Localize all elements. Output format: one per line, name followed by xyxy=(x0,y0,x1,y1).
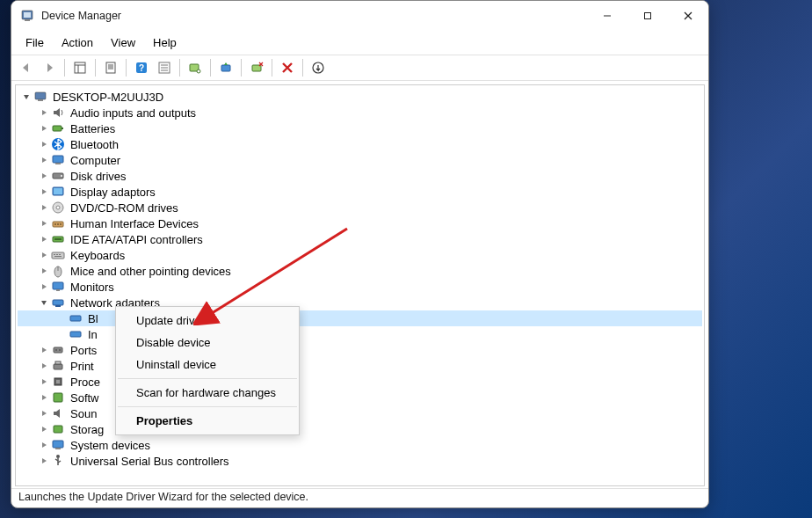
tree-label: Softw xyxy=(70,391,99,405)
svg-rect-63 xyxy=(56,380,60,383)
chevron-down-icon[interactable] xyxy=(37,295,51,310)
ctx-properties[interactable]: Properties xyxy=(117,410,298,432)
audio-icon xyxy=(51,106,65,120)
ctx-uninstall-device[interactable]: Uninstall device xyxy=(117,354,298,376)
storage-icon xyxy=(51,422,65,436)
svg-rect-10 xyxy=(106,62,115,73)
uninstall-device-button[interactable] xyxy=(278,58,297,77)
chevron-right-icon[interactable] xyxy=(37,185,51,199)
tree-label: Computer xyxy=(70,154,120,167)
svg-rect-41 xyxy=(60,223,62,225)
action-list-button[interactable] xyxy=(155,58,174,77)
svg-text:?: ? xyxy=(139,63,144,73)
tree-category-mice[interactable]: Mice and other pointing devices xyxy=(18,263,702,279)
menu-view[interactable]: View xyxy=(102,33,144,53)
ctx-disable-device[interactable]: Disable device xyxy=(117,332,298,354)
tree-category-display[interactable]: Display adaptors xyxy=(18,184,702,200)
scan-hardware-button[interactable] xyxy=(185,58,205,77)
svg-point-58 xyxy=(55,349,57,351)
chevron-right-icon[interactable] xyxy=(37,232,51,246)
svg-rect-46 xyxy=(56,254,58,255)
chevron-right-icon[interactable] xyxy=(37,438,51,452)
battery-icon xyxy=(51,121,65,135)
back-button[interactable] xyxy=(17,58,36,77)
tree-category-dvd[interactable]: DVD/CD-ROM drives xyxy=(18,200,702,215)
svg-rect-39 xyxy=(54,223,56,225)
menu-action[interactable]: Action xyxy=(53,33,102,53)
expander-icon[interactable] xyxy=(19,90,33,104)
ctx-scan-hardware[interactable]: Scan for hardware changes xyxy=(117,382,298,404)
chevron-right-icon[interactable] xyxy=(37,406,51,420)
svg-rect-48 xyxy=(54,256,62,257)
add-legacy-button[interactable] xyxy=(308,58,328,77)
chevron-right-icon[interactable] xyxy=(37,264,51,278)
tree-category-system[interactable]: System devices xyxy=(18,437,702,453)
tree-category-computer[interactable]: Computer xyxy=(18,152,702,168)
tree-label: Keyboards xyxy=(70,249,125,262)
chevron-right-icon[interactable] xyxy=(37,137,51,151)
chevron-right-icon[interactable] xyxy=(37,121,51,135)
monitor-icon xyxy=(51,280,65,294)
keyboard-icon xyxy=(51,248,65,262)
tree-label: IDE ATA/ATAPI controllers xyxy=(70,233,203,246)
svg-rect-55 xyxy=(70,316,81,321)
minimize-button[interactable] xyxy=(587,1,627,31)
tree-category-ide[interactable]: IDE ATA/ATAPI controllers xyxy=(18,231,702,247)
printer-icon xyxy=(51,359,65,373)
svg-rect-45 xyxy=(54,254,55,255)
port-icon xyxy=(51,343,65,357)
update-driver-button[interactable] xyxy=(216,58,236,77)
svg-rect-25 xyxy=(35,92,46,99)
tree-root-label: DESKTOP-M2UUJ3D xyxy=(53,91,163,104)
toolbar: ? xyxy=(11,55,708,81)
menu-file[interactable]: File xyxy=(17,33,53,53)
chevron-right-icon[interactable] xyxy=(37,280,51,294)
tree-category-hid[interactable]: Human Interface Devices xyxy=(18,215,702,231)
chevron-right-icon[interactable] xyxy=(37,343,51,357)
disk-icon xyxy=(51,169,65,183)
tree-category-batteries[interactable]: Batteries xyxy=(18,120,702,136)
chevron-right-icon[interactable] xyxy=(37,454,51,468)
tree-category-monitors[interactable]: Monitors xyxy=(18,279,702,295)
network-adapter-icon xyxy=(69,327,83,341)
tree-category-audio[interactable]: Audio inputs and outputs xyxy=(18,105,702,120)
chevron-right-icon[interactable] xyxy=(37,359,51,373)
svg-rect-27 xyxy=(53,126,62,131)
tree-label: DVD/CD-ROM drives xyxy=(70,201,178,215)
status-text: Launches the Update Driver Wizard for th… xyxy=(18,491,308,503)
tree-category-disks[interactable]: Disk drives xyxy=(18,168,702,184)
maximize-button[interactable] xyxy=(627,1,668,31)
chevron-right-icon[interactable] xyxy=(37,153,51,167)
show-hide-tree-button[interactable] xyxy=(70,58,90,77)
svg-point-37 xyxy=(56,206,60,209)
properties-button[interactable] xyxy=(101,58,120,77)
chevron-right-icon[interactable] xyxy=(37,106,51,120)
tree-label: In xyxy=(88,328,98,341)
forward-button[interactable] xyxy=(40,58,59,77)
chevron-right-icon[interactable] xyxy=(37,390,51,405)
chevron-right-icon[interactable] xyxy=(37,216,51,230)
svg-rect-26 xyxy=(38,99,43,101)
tree-category-bluetooth[interactable]: Bluetooth xyxy=(18,136,702,152)
chevron-right-icon[interactable] xyxy=(37,422,51,436)
chevron-right-icon[interactable] xyxy=(37,375,51,389)
chevron-right-icon[interactable] xyxy=(37,201,51,215)
chevron-right-icon[interactable] xyxy=(37,248,51,262)
tree-category-usb[interactable]: Universal Serial Bus controllers xyxy=(18,453,702,469)
svg-rect-60 xyxy=(54,364,62,369)
disable-device-button[interactable] xyxy=(247,58,266,77)
svg-rect-31 xyxy=(55,163,61,164)
svg-rect-56 xyxy=(70,332,81,337)
close-button[interactable] xyxy=(668,1,708,31)
menu-help[interactable]: Help xyxy=(144,33,185,53)
system-icon xyxy=(51,438,65,452)
tree-label: Batteries xyxy=(70,122,115,135)
chevron-right-icon[interactable] xyxy=(37,169,51,183)
ctx-update-driver[interactable]: Update driver xyxy=(117,310,298,332)
svg-rect-40 xyxy=(57,223,59,225)
tree-category-keyboards[interactable]: Keyboards xyxy=(18,247,702,263)
help-button[interactable]: ? xyxy=(132,58,151,77)
tree-root[interactable]: DESKTOP-M2UUJ3D xyxy=(18,89,702,105)
tree-label: Mice and other pointing devices xyxy=(70,265,231,278)
svg-rect-47 xyxy=(59,254,61,255)
